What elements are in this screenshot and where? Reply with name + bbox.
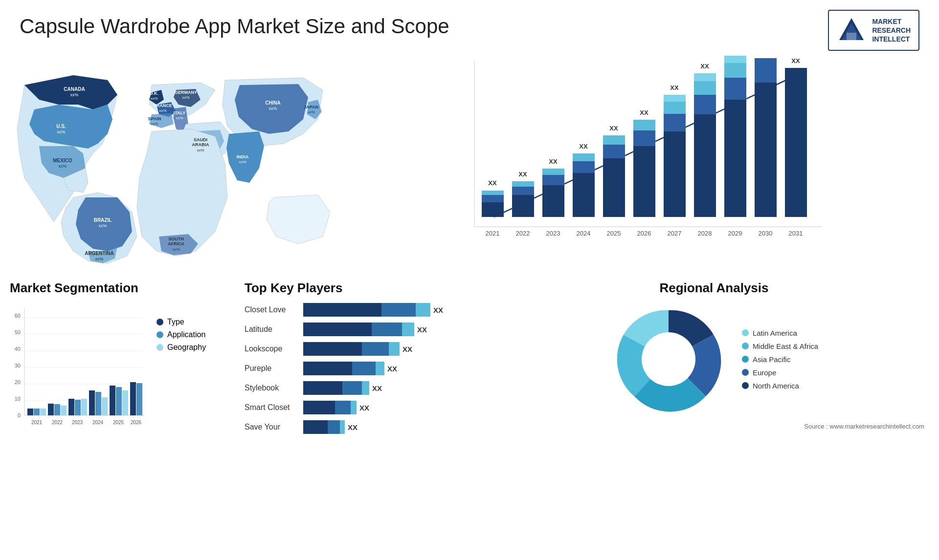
app-dot: [156, 331, 163, 338]
svg-rect-108: [116, 387, 122, 415]
svg-rect-93: [40, 409, 46, 415]
svg-text:xx%: xx%: [307, 110, 314, 114]
svg-rect-66: [724, 56, 746, 63]
svg-rect-95: [48, 404, 54, 415]
svg-text:2027: 2027: [668, 230, 682, 237]
donut-hole: [642, 332, 695, 386]
svg-text:xx%: xx%: [150, 96, 157, 101]
bar-2021-light: [482, 191, 504, 195]
svg-rect-70: [755, 58, 777, 83]
bar-2021-mid: [482, 195, 504, 202]
svg-text:XX: XX: [609, 125, 618, 132]
svg-text:xx%: xx%: [151, 122, 158, 126]
svg-rect-31: [542, 185, 564, 217]
svg-text:xx%: xx%: [182, 95, 189, 100]
svg-text:30: 30: [15, 363, 21, 368]
player-bar-stylebook: XX: [303, 381, 489, 395]
svg-rect-109: [122, 390, 128, 415]
svg-text:xx%: xx%: [172, 247, 179, 252]
svg-text:XX: XX: [670, 84, 679, 91]
logo-icon: [837, 16, 866, 45]
svg-text:xx%: xx%: [95, 257, 103, 261]
label-italy: ITALY: [174, 110, 186, 115]
legend-application: Application: [156, 330, 206, 339]
middle-east-dot: [742, 343, 749, 349]
svg-rect-101: [81, 399, 87, 415]
segmentation-section: Market Segmentation 0 10 20 30 40 50 60: [10, 280, 235, 510]
label-china: CHINA: [265, 100, 281, 106]
label-saudi: SAUDI: [194, 137, 207, 142]
map-svg: CANADA xx% U.S. xx% MEXICO xx% BRAZIL xx…: [10, 56, 342, 266]
geo-dot: [156, 344, 163, 351]
legend-type: Type: [156, 318, 206, 326]
svg-rect-48: [633, 120, 655, 130]
player-bar-smart-closet: XX: [303, 401, 489, 414]
svg-text:2023: 2023: [72, 420, 83, 425]
label-south-africa: SOUTH: [168, 237, 184, 241]
svg-text:xx%: xx%: [58, 164, 67, 169]
svg-text:2030: 2030: [759, 230, 773, 237]
svg-rect-63: [724, 100, 746, 217]
latin-america-dot: [742, 329, 749, 336]
svg-rect-54: [664, 95, 686, 102]
svg-rect-46: [633, 146, 655, 217]
player-row: Closet Love XX: [245, 303, 489, 317]
svg-rect-60: [694, 73, 716, 81]
svg-rect-107: [110, 386, 115, 415]
segmentation-title: Market Segmentation: [10, 280, 235, 296]
svg-rect-41: [603, 158, 625, 217]
svg-text:2029: 2029: [728, 230, 742, 237]
players-list: Closet Love XX Latitude XX Looks: [245, 303, 489, 434]
legend-middle-east-africa: Middle East & Africa: [742, 342, 818, 350]
svg-rect-2: [847, 33, 856, 40]
svg-text:10: 10: [15, 396, 21, 402]
svg-text:40: 40: [15, 346, 21, 352]
svg-rect-104: [95, 392, 101, 415]
svg-rect-42: [603, 145, 625, 158]
svg-text:2022: 2022: [516, 230, 530, 237]
segmentation-chart-svg: 0 10 20 30 40 50 60: [10, 303, 147, 440]
svg-rect-52: [664, 114, 686, 131]
svg-rect-91: [27, 409, 33, 415]
player-bar-closet-love: XX: [303, 303, 489, 317]
svg-rect-96: [54, 404, 60, 415]
donut-container: Latin America Middle East & Africa Asia …: [499, 301, 929, 418]
legend-latin-america: Latin America: [742, 329, 818, 337]
player-bar-save-your: XX: [303, 420, 489, 434]
asia-pacific-dot: [742, 356, 749, 363]
svg-rect-28: [512, 181, 534, 187]
svg-rect-57: [694, 114, 716, 217]
bar-chart-svg: XX 2021 XX 2022 XX 2023 XX 2024 XX: [352, 56, 929, 261]
players-section: Top Key Players Closet Love XX Latitude …: [245, 280, 489, 510]
svg-text:2025: 2025: [607, 230, 621, 237]
regional-title: Regional Analysis: [499, 280, 929, 296]
label-japan: JAPAN: [304, 105, 318, 109]
svg-text:60: 60: [15, 313, 21, 319]
header: Capsule Wardrobe App Market Size and Sco…: [0, 0, 939, 56]
player-bar-latitude: XX: [303, 323, 489, 336]
regional-section: Regional Analysis Latin Ame: [499, 280, 929, 510]
svg-text:2024: 2024: [92, 420, 104, 425]
svg-text:2025: 2025: [113, 420, 124, 425]
label-argentina: ARGENTINA: [85, 251, 113, 256]
svg-text:ARABIA: ARABIA: [192, 142, 209, 147]
svg-rect-100: [75, 400, 81, 415]
svg-text:XX: XX: [579, 143, 588, 150]
svg-rect-58: [694, 95, 716, 114]
svg-text:xx%: xx%: [57, 129, 65, 134]
svg-text:xx%: xx%: [176, 116, 183, 120]
donut-chart-svg: [610, 301, 727, 418]
svg-text:2026: 2026: [637, 230, 651, 237]
svg-text:XX: XX: [700, 63, 709, 70]
label-us: U.S.: [56, 124, 66, 129]
legend-europe: Europe: [742, 368, 818, 377]
label-france: FRANCE: [154, 103, 172, 108]
svg-text:2026: 2026: [131, 420, 142, 425]
svg-text:2024: 2024: [577, 230, 591, 237]
svg-text:2031: 2031: [789, 230, 803, 237]
svg-text:xx%: xx%: [98, 223, 107, 228]
seg-legend: Type Application Geography: [156, 318, 206, 352]
player-row: Save Your XX: [245, 420, 489, 434]
player-bar-pureple: XX: [303, 362, 489, 375]
svg-rect-112: [136, 383, 142, 415]
